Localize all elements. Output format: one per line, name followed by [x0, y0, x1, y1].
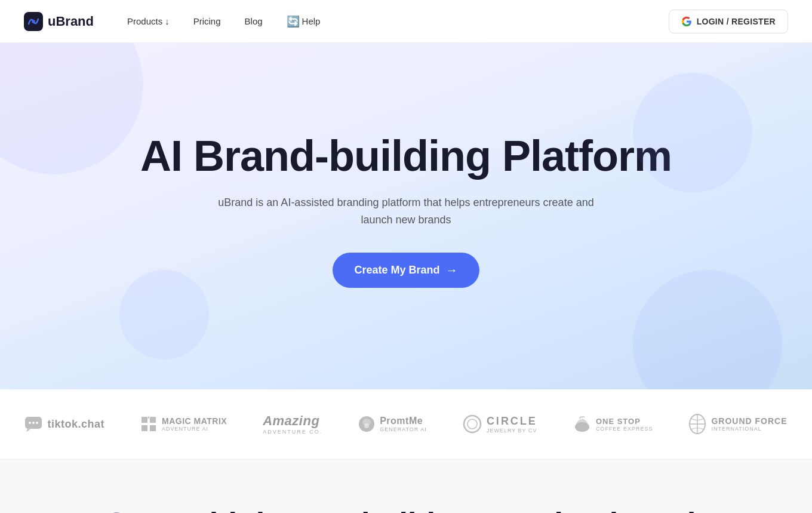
svg-rect-9: [150, 425, 156, 431]
navbar: uBrand Products ↓ Pricing Blog 🔄 Help: [0, 0, 812, 43]
brand-one-stop-coffee: ONE STOP COFFEE EXPRESS: [573, 415, 653, 433]
nav-blog[interactable]: Blog: [235, 11, 272, 31]
brand-magic-matrix: MAGIC MATRIX ADVENTURE AI: [140, 416, 227, 432]
nav-pricing[interactable]: Pricing: [184, 11, 230, 31]
logo-strip-inner: tiktok.chat MAGIC MATRIX ADVENTURE AI Am…: [0, 413, 812, 435]
ground-force-icon: [688, 413, 706, 435]
magic-matrix-sub: ADVENTURE AI: [162, 426, 208, 432]
ground-force-text: GROUND FORCE: [711, 416, 787, 426]
logo-strip: tiktok.chat MAGIC MATRIX ADVENTURE AI Am…: [0, 389, 812, 459]
svg-point-15: [467, 419, 477, 429]
one-stop-text: ONE STOP: [596, 417, 641, 426]
navbar-left: uBrand Products ↓ Pricing Blog 🔄 Help: [24, 10, 330, 33]
circle-text: CIRCLE: [487, 415, 537, 428]
amazing-text: Amazing: [263, 413, 319, 429]
promtme-text: PromtMe: [380, 416, 423, 426]
nav-help[interactable]: 🔄 Help: [277, 10, 330, 33]
svg-point-5: [36, 422, 38, 424]
bottom-heading: Start with logo & build a stunning brand…: [24, 507, 788, 513]
promtme-sub: GENERATOR AI: [380, 426, 427, 432]
brand-promtme: PromtMe GENERATOR AI: [358, 416, 427, 432]
magic-matrix-icon: [140, 416, 157, 432]
ground-force-sub: INTERNATIONAL: [711, 426, 761, 432]
bottom-section: Start with logo & build a stunning brand…: [0, 459, 812, 513]
svg-rect-7: [150, 417, 156, 423]
svg-point-1: [32, 20, 35, 23]
hero-heading: AI Brand-building Platform: [140, 133, 672, 180]
nav-links: Products ↓ Pricing Blog 🔄 Help: [118, 10, 330, 33]
hero-subheading: uBrand is an AI-assisted branding platfo…: [209, 194, 603, 229]
create-brand-button[interactable]: Create My Brand →: [333, 253, 479, 288]
logo-icon: [24, 12, 43, 31]
login-register-button[interactable]: LOGIN / REGISTER: [669, 10, 788, 33]
svg-rect-6: [142, 417, 147, 423]
help-icon: 🔄: [287, 15, 300, 28]
toktok-chat-text: tiktok.chat: [47, 418, 104, 431]
circle-sub: JEWELRY BY CV: [487, 428, 537, 434]
circle-icon: [463, 414, 482, 434]
svg-point-14: [464, 416, 481, 432]
one-stop-sub: COFFEE EXPRESS: [596, 426, 653, 432]
logo[interactable]: uBrand: [24, 12, 94, 31]
brand-ground-force: GROUND FORCE INTERNATIONAL: [688, 413, 787, 435]
svg-point-3: [29, 422, 31, 424]
svg-point-13: [364, 423, 369, 428]
brand-amazing-adventure: Amazing ADVENTURE CO.: [263, 413, 322, 435]
promtme-icon: [358, 416, 375, 432]
svg-marker-10: [147, 416, 150, 419]
amazing-sub: ADVENTURE CO.: [263, 429, 322, 435]
coffee-icon: [573, 415, 591, 433]
chat-icon: [24, 416, 42, 432]
arrow-icon: →: [446, 263, 458, 277]
google-icon: [681, 16, 692, 27]
brand-circle-jewelry: CIRCLE JEWELRY BY CV: [463, 414, 537, 434]
logo-text: uBrand: [48, 14, 94, 29]
magic-matrix-text: MAGIC MATRIX: [162, 416, 227, 426]
nav-products[interactable]: Products ↓: [118, 11, 179, 31]
svg-point-4: [32, 422, 35, 424]
hero-section: AI Brand-building Platform uBrand is an …: [0, 43, 812, 389]
brand-toktok-chat: tiktok.chat: [24, 416, 104, 432]
svg-rect-8: [142, 425, 147, 431]
